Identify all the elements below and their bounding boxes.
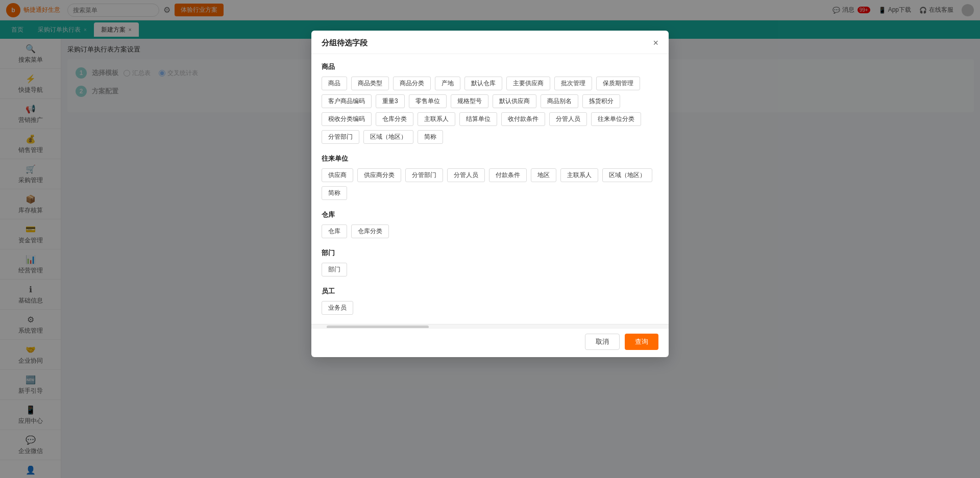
field-tag[interactable]: 规格型号	[451, 94, 488, 108]
field-tag[interactable]: 商品分类	[393, 77, 431, 90]
section-warehouse: 仓库 仓库 仓库分类	[322, 210, 658, 238]
field-tag[interactable]: 收付款条件	[501, 112, 545, 126]
field-tag[interactable]: 主联系人	[560, 168, 598, 182]
field-tag[interactable]: 税收分类编码	[322, 112, 372, 126]
field-tag[interactable]: 商品	[322, 77, 347, 90]
section-employee: 员工 业务员	[322, 287, 658, 315]
field-tag[interactable]: 产地	[435, 77, 460, 90]
modal-footer: 取消 查询	[311, 328, 669, 357]
field-tag[interactable]: 区域（地区）	[363, 130, 413, 144]
modal-overlay: 分组待选字段 × 商品 商品 商品类型 商品分类 产地 默认仓库 主要供应商 批…	[0, 0, 980, 478]
field-tag[interactable]: 拣货积分	[582, 94, 620, 108]
section-warehouse-title: 仓库	[322, 210, 658, 219]
field-tag[interactable]: 批次管理	[554, 77, 592, 90]
field-tag[interactable]: 往来单位分类	[591, 112, 641, 126]
field-tag[interactable]: 零售单位	[409, 94, 447, 108]
field-tag[interactable]: 地区	[531, 168, 556, 182]
product-field-tags: 商品 商品类型 商品分类 产地 默认仓库 主要供应商 批次管理 保质期管理 客户…	[322, 77, 658, 144]
field-tag[interactable]: 重量3	[376, 94, 405, 108]
field-tag[interactable]: 仓库分类	[376, 112, 413, 126]
field-tag[interactable]: 客户商品编码	[322, 94, 372, 108]
field-tag[interactable]: 分管部门	[405, 168, 443, 182]
hscroll-thumb	[327, 325, 429, 328]
modal-title: 分组待选字段	[322, 38, 368, 48]
section-department-title: 部门	[322, 248, 658, 258]
modal-body[interactable]: 商品 商品 商品类型 商品分类 产地 默认仓库 主要供应商 批次管理 保质期管理…	[311, 54, 669, 324]
field-tag[interactable]: 仓库	[322, 224, 347, 238]
section-department: 部门 部门	[322, 248, 658, 276]
field-tag[interactable]: 供应商	[322, 168, 353, 182]
warehouse-field-tags: 仓库 仓库分类	[322, 224, 658, 238]
confirm-button[interactable]: 查询	[625, 334, 658, 350]
employee-field-tags: 业务员	[322, 301, 658, 315]
field-tag[interactable]: 付款条件	[489, 168, 527, 182]
section-counterpart: 往来单位 供应商 供应商分类 分管部门 分管人员 付款条件 地区 主联系人 区域…	[322, 154, 658, 200]
section-product-title: 商品	[322, 62, 658, 71]
field-tag[interactable]: 供应商分类	[357, 168, 401, 182]
section-employee-title: 员工	[322, 287, 658, 296]
field-tag[interactable]: 结算单位	[459, 112, 497, 126]
modal-horizontal-scrollbar[interactable]	[311, 324, 669, 328]
modal-close-btn[interactable]: ×	[653, 38, 658, 48]
section-counterpart-title: 往来单位	[322, 154, 658, 163]
field-tag[interactable]: 保质期管理	[596, 77, 640, 90]
field-tag[interactable]: 区域（地区）	[602, 168, 652, 182]
modal-header: 分组待选字段 ×	[311, 31, 669, 54]
field-select-modal: 分组待选字段 × 商品 商品 商品类型 商品分类 产地 默认仓库 主要供应商 批…	[311, 31, 669, 357]
section-product: 商品 商品 商品类型 商品分类 产地 默认仓库 主要供应商 批次管理 保质期管理…	[322, 62, 658, 144]
field-tag[interactable]: 默认仓库	[464, 77, 502, 90]
field-tag[interactable]: 商品别名	[541, 94, 578, 108]
field-tag[interactable]: 简称	[322, 186, 347, 200]
field-tag[interactable]: 商品类型	[351, 77, 389, 90]
field-tag[interactable]: 分管人员	[447, 168, 485, 182]
cancel-button[interactable]: 取消	[585, 334, 620, 350]
field-tag[interactable]: 主要供应商	[506, 77, 550, 90]
field-tag[interactable]: 部门	[322, 263, 347, 276]
field-tag[interactable]: 默认供应商	[493, 94, 536, 108]
field-tag[interactable]: 分管部门	[322, 130, 359, 144]
field-tag[interactable]: 主联系人	[418, 112, 455, 126]
field-tag[interactable]: 仓库分类	[351, 224, 389, 238]
department-field-tags: 部门	[322, 263, 658, 276]
field-tag[interactable]: 业务员	[322, 301, 353, 315]
field-tag[interactable]: 简称	[418, 130, 443, 144]
counterpart-field-tags: 供应商 供应商分类 分管部门 分管人员 付款条件 地区 主联系人 区域（地区） …	[322, 168, 658, 200]
field-tag[interactable]: 分管人员	[549, 112, 587, 126]
